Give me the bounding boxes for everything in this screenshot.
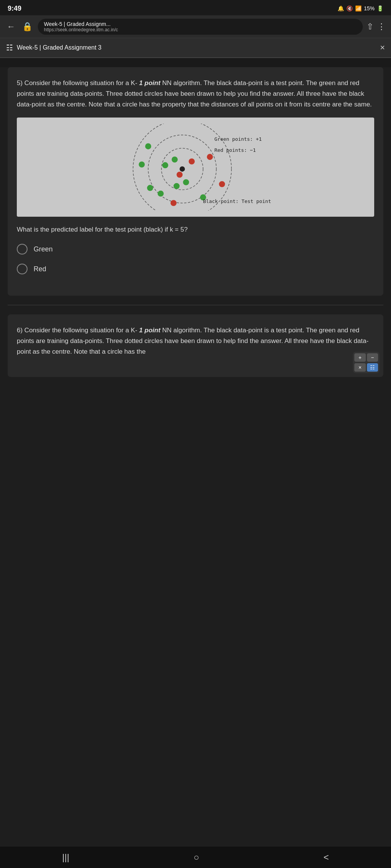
calc-minus-btn[interactable]: − (367, 353, 378, 362)
mute-icon: 🔇 (346, 5, 353, 11)
svg-point-14 (189, 158, 195, 164)
svg-point-10 (145, 143, 151, 150)
question-6-number: 6) (17, 327, 23, 334)
svg-point-15 (176, 172, 183, 178)
nav-recent-button[interactable]: < (314, 849, 338, 866)
battery-indicator: 15% (364, 5, 375, 11)
nav-home-button[interactable]: ○ (184, 849, 208, 866)
knn-diagram: Green points: +1 Red points: −1 Black po… (17, 118, 374, 217)
knn-svg: Green points: +1 Red points: −1 Black po… (23, 124, 368, 211)
question-5-text: 5) Consider the following situation for … (17, 78, 374, 110)
option-green-row[interactable]: Green (17, 244, 374, 254)
svg-point-17 (219, 181, 225, 187)
menu-button[interactable]: ⋮ (377, 22, 386, 32)
question-6-points: 1 point (139, 327, 160, 334)
calc-plus-btn[interactable]: + (354, 353, 366, 362)
status-bar: 9:49 🔔 🔇 📶 15% 🔋 (0, 0, 391, 15)
option-green-radio[interactable] (17, 244, 27, 254)
tab-title: Week-5 | Graded Assignment 3 (17, 44, 380, 51)
svg-point-11 (158, 191, 164, 197)
question-5-prefix: Consider the following situation for a K… (24, 79, 137, 87)
svg-text:Red points:   −1: Red points: −1 (215, 147, 256, 153)
question-5-card: 5) Consider the following situation for … (8, 67, 383, 296)
svg-point-9 (139, 161, 145, 167)
question-5-sub: What is the predicted label for the test… (17, 224, 374, 235)
question-5-number: 5) (17, 79, 23, 87)
status-time: 9:49 (8, 5, 21, 13)
svg-point-4 (179, 166, 185, 172)
calc-multiply-btn[interactable]: × (354, 363, 366, 372)
lock-icon: 🔒 (21, 20, 34, 33)
tab-close-button[interactable]: × (380, 43, 385, 53)
svg-point-18 (171, 200, 177, 206)
svg-point-8 (174, 183, 180, 189)
question-5-points: 1 point (139, 79, 160, 87)
address-bar: ← 🔒 Week-5 | Graded Assignm... https://s… (0, 15, 391, 38)
calc-equals-btn[interactable]: ☷ (367, 363, 378, 372)
question-6-card: 6) Consider the following situation for … (8, 314, 383, 377)
url-text: https://seek.onlinedegree.iitm.ac.in/c (44, 27, 357, 32)
nav-back-button[interactable]: ||| (53, 849, 79, 866)
option-red-label: Red (34, 265, 46, 273)
back-button[interactable]: ← (5, 20, 17, 33)
content-area: 5) Consider the following situation for … (0, 67, 391, 856)
svg-text:Black point: Test point: Black point: Test point (203, 198, 271, 204)
battery-icon: 🔋 (377, 5, 383, 11)
svg-point-13 (147, 185, 153, 191)
bottom-nav: ||| ○ < (0, 847, 391, 868)
share-button[interactable]: ⇧ (367, 22, 373, 32)
card-divider (8, 305, 383, 305)
option-green-label: Green (34, 245, 53, 253)
option-red-row[interactable]: Red (17, 264, 374, 274)
url-container[interactable]: Week-5 | Graded Assignm... https://seek.… (38, 19, 363, 35)
tab-header: ☷ Week-5 | Graded Assignment 3 × (0, 38, 391, 58)
question-6-prefix: Consider the following situation for a K… (24, 327, 137, 334)
calculator-widget[interactable]: + − × ☷ (353, 352, 380, 373)
tab-doc-icon: ☷ (6, 43, 13, 52)
svg-point-5 (172, 156, 178, 163)
option-red-radio[interactable] (17, 264, 27, 274)
question-6-text: 6) Consider the following situation for … (17, 325, 374, 357)
wifi-icon: 📶 (355, 5, 362, 11)
page-title-addr: Week-5 | Graded Assignm... (44, 21, 357, 27)
svg-point-7 (162, 162, 168, 168)
alarm-icon: 🔔 (338, 5, 344, 11)
svg-point-6 (183, 179, 189, 185)
svg-text:Green points: +1: Green points: +1 (215, 136, 262, 142)
status-icons: 🔔 🔇 📶 15% 🔋 (338, 5, 383, 11)
svg-point-16 (207, 154, 213, 160)
